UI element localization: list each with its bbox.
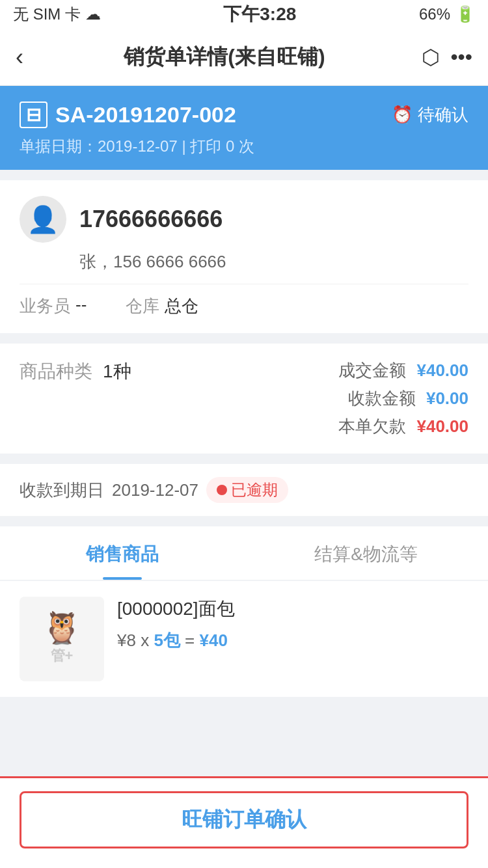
product-logo: 🦉 管+ xyxy=(42,612,81,666)
product-price: ¥8 x 5包 = ¥40 xyxy=(117,629,468,652)
order-status-text: 待确认 xyxy=(418,103,468,126)
confirm-order-button[interactable]: 旺铺订单确认 xyxy=(20,791,468,848)
overdue-badge: 已逾期 xyxy=(206,477,288,503)
salesperson-value: -- xyxy=(75,295,87,318)
status-bar-right: 66% 🔋 xyxy=(419,5,475,23)
warehouse-label: 仓库 xyxy=(126,295,159,318)
product-type-label: 商品种类 xyxy=(20,359,92,384)
status-bar-time: 下午3:28 xyxy=(223,2,296,27)
avatar-icon: 👤 xyxy=(27,204,59,235)
summary-left: 商品种类 1种 xyxy=(20,359,131,384)
customer-row: 👤 17666666666 xyxy=(20,196,468,243)
received-amount-label: 收款金额 xyxy=(348,387,416,410)
page-title: 销货单详情(来自旺铺) xyxy=(55,43,394,72)
received-amount-row: 收款金额 ¥0.00 xyxy=(348,387,468,410)
product-type-value: 1种 xyxy=(103,359,131,384)
deal-amount-label: 成交金额 xyxy=(338,359,406,382)
status-bar: 无 SIM 卡 ☁ 下午3:28 66% 🔋 xyxy=(0,0,488,29)
deal-amount-row: 成交金额 ¥40.00 xyxy=(338,359,468,382)
order-header-card: ⊟ SA-20191207-002 ⏰ 待确认 单据日期：2019-12-07 … xyxy=(0,86,488,170)
product-card: 🦉 管+ [0000002]面包 ¥8 x 5包 = ¥40 xyxy=(0,581,488,697)
product-type-item: 商品种类 1种 xyxy=(20,359,131,384)
debt-amount-row: 本单欠款 ¥40.00 xyxy=(338,415,468,438)
tab-settlement-label: 结算&物流等 xyxy=(314,544,418,564)
salesperson-item: 业务员 -- xyxy=(20,295,87,318)
tab-sales-label: 销售商品 xyxy=(86,544,159,564)
tab-sales-products[interactable]: 销售商品 xyxy=(0,526,244,580)
product-name: [0000002]面包 xyxy=(117,597,468,621)
received-amount-value: ¥0.00 xyxy=(426,388,468,409)
due-date-value: 2019-12-07 xyxy=(112,480,198,500)
status-bar-left: 无 SIM 卡 ☁ xyxy=(13,4,101,25)
price-total: ¥40 xyxy=(199,631,227,650)
product-image: 🦉 管+ xyxy=(20,597,104,681)
deal-amount-value: ¥40.00 xyxy=(416,360,468,381)
salesperson-label: 业务员 xyxy=(20,295,70,318)
customer-info: 张，156 6666 6666 xyxy=(79,251,468,273)
price-equals: = xyxy=(180,631,200,650)
tabs-container: 销售商品 结算&物流等 xyxy=(0,526,488,580)
warehouse-value: 总仓 xyxy=(165,295,198,318)
owl-icon: 🦉 xyxy=(42,612,81,644)
order-header-top: ⊟ SA-20191207-002 ⏰ 待确认 xyxy=(20,102,468,128)
order-id: ⊟ SA-20191207-002 xyxy=(20,102,236,128)
order-date: 单据日期：2019-12-07 | 打印 0 次 xyxy=(20,136,468,157)
nav-actions: ⬡ ••• xyxy=(394,45,472,70)
confirm-button-label: 旺铺订单确认 xyxy=(182,806,306,834)
customer-card: 👤 17666666666 张，156 6666 6666 业务员 -- 仓库 … xyxy=(0,180,488,333)
more-icon[interactable]: ••• xyxy=(450,45,472,69)
back-button[interactable]: ‹ xyxy=(16,44,55,71)
product-info: [0000002]面包 ¥8 x 5包 = ¥40 xyxy=(117,597,468,652)
order-status: ⏰ 待确认 xyxy=(392,103,468,126)
order-id-icon: ⊟ xyxy=(20,102,47,128)
battery-icon: 🔋 xyxy=(455,5,475,23)
clock-icon: ⏰ xyxy=(392,105,413,125)
bottom-button-area: 旺铺订单确认 xyxy=(0,776,488,868)
customer-phone: 17666666666 xyxy=(79,206,223,233)
summary-card: 商品种类 1种 成交金额 ¥40.00 收款金额 ¥0.00 本单欠款 ¥40.… xyxy=(0,344,488,454)
debt-amount-value: ¥40.00 xyxy=(416,416,468,437)
avatar: 👤 xyxy=(20,196,66,243)
order-id-text: SA-20191207-002 xyxy=(55,102,236,128)
brand-text: 管+ xyxy=(51,646,74,666)
customer-meta: 业务员 -- 仓库 总仓 xyxy=(20,295,468,318)
sim-status: 无 SIM 卡 ☁ xyxy=(13,4,101,25)
divider xyxy=(20,284,468,284)
debt-amount-label: 本单欠款 xyxy=(338,415,406,438)
overdue-text: 已逾期 xyxy=(231,480,278,500)
overdue-dot-icon xyxy=(217,485,227,495)
warehouse-item: 仓库 总仓 xyxy=(126,295,198,318)
due-date-label: 收款到期日 xyxy=(20,479,104,502)
share-icon[interactable]: ⬡ xyxy=(422,45,440,70)
price-quantity: 5包 xyxy=(154,631,180,650)
battery-status: 66% xyxy=(419,5,450,23)
summary-right: 成交金额 ¥40.00 收款金额 ¥0.00 本单欠款 ¥40.00 xyxy=(338,359,468,438)
due-card: 收款到期日 2019-12-07 已逾期 xyxy=(0,464,488,516)
tab-settlement[interactable]: 结算&物流等 xyxy=(244,526,488,580)
nav-bar: ‹ 销货单详情(来自旺铺) ⬡ ••• xyxy=(0,29,488,86)
price-base: ¥8 x xyxy=(117,631,154,650)
